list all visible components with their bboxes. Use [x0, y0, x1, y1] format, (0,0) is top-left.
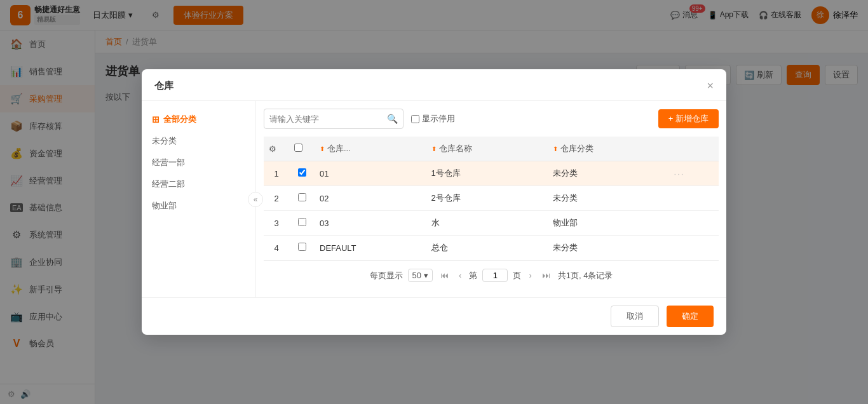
collapse-sidebar-button[interactable]: «: [248, 192, 263, 207]
page-size-select[interactable]: 50 ▾: [408, 269, 433, 282]
th-gear: ⚙: [264, 137, 289, 161]
show-disabled-label: 显示停用: [422, 113, 455, 125]
modal-footer: 取消 确定: [142, 297, 726, 335]
cell-actions: [669, 186, 719, 211]
category-item-0[interactable]: 未分类: [142, 130, 255, 152]
table-row: 3 03 水 物业部: [264, 211, 719, 236]
th-category: ⬆ 仓库分类: [548, 137, 669, 161]
cell-category: 未分类: [548, 236, 669, 260]
page-size-value: 50: [412, 271, 421, 280]
search-icon[interactable]: 🔍: [387, 114, 398, 124]
cell-number: 03: [315, 211, 426, 236]
cell-number: 01: [315, 161, 426, 186]
cell-name: 2号仓库: [426, 186, 548, 211]
gear-icon[interactable]: ⚙: [269, 144, 276, 154]
table-row: 1 01 1号仓库 未分类 ···: [264, 161, 719, 186]
row-checkbox[interactable]: [298, 243, 306, 251]
confirm-button[interactable]: 确定: [667, 306, 714, 327]
cell-checkbox[interactable]: [289, 236, 315, 260]
category-item-2[interactable]: 经营二部: [142, 173, 255, 195]
cell-category: 未分类: [548, 161, 669, 186]
show-disabled-input[interactable]: [411, 115, 419, 123]
chevron-down-icon: ▾: [424, 271, 428, 280]
row-checkbox[interactable]: [298, 168, 306, 177]
show-disabled-checkbox[interactable]: 显示停用: [411, 113, 455, 125]
sort-icon-2: ⬆: [431, 145, 437, 152]
modal-header: 仓库 ×: [142, 69, 726, 101]
search-input[interactable]: [269, 114, 387, 124]
cell-checkbox[interactable]: [289, 211, 315, 236]
all-categories-item[interactable]: ⊞ 全部分类: [142, 109, 255, 130]
page-input[interactable]: [482, 269, 508, 282]
category-sidebar: ⊞ 全部分类 未分类 经营一部 经营二部 物业部 «: [142, 101, 256, 297]
cancel-button[interactable]: 取消: [611, 306, 659, 327]
pagination: 每页显示 50 ▾ ⏮ ‹ 第 页 › ⏭ 共1页, 4条记录: [264, 260, 719, 290]
warehouse-modal: 仓库 × ⊞ 全部分类 未分类 经营一部 经营二部 物业部 «: [142, 69, 726, 335]
table-row: 4 DEFAULT 总仓 未分类: [264, 236, 719, 260]
modal-overlay: 仓库 × ⊞ 全部分类 未分类 经营一部 经营二部 物业部 «: [0, 0, 868, 404]
page-label: 第: [469, 270, 477, 281]
table-header-row: ⚙ ⬆ 仓库...: [264, 137, 719, 161]
cell-category: 物业部: [548, 211, 669, 236]
cell-name: 水: [426, 211, 548, 236]
cell-actions: ···: [669, 161, 719, 186]
cell-checkbox[interactable]: [289, 186, 315, 211]
cell-index: 2: [264, 186, 289, 211]
table-body: 1 01 1号仓库 未分类 ··· 2 02 2号仓库 未分类 3 03 水 物…: [264, 161, 719, 260]
sort-icon: ⬆: [320, 145, 325, 152]
add-warehouse-button[interactable]: + 新增仓库: [658, 109, 719, 128]
th-actions: [669, 137, 719, 161]
cell-index: 4: [264, 236, 289, 260]
warehouse-table: ⚙ ⬆ 仓库...: [264, 137, 719, 260]
grid-icon: ⊞: [152, 114, 159, 125]
row-checkbox[interactable]: [298, 193, 306, 201]
category-item-1[interactable]: 经营一部: [142, 152, 255, 173]
prev-page-button[interactable]: ‹: [456, 269, 464, 281]
th-checkbox: [289, 137, 315, 161]
all-categories-label: 全部分类: [163, 114, 196, 125]
per-page-label: 每页显示: [370, 270, 403, 281]
th-number: ⬆ 仓库...: [315, 137, 426, 161]
table-area: 🔍 显示停用 + 新增仓库 ⚙: [256, 101, 726, 297]
sort-icon-3: ⬆: [553, 145, 558, 152]
search-box: 🔍: [264, 109, 403, 129]
category-item-3[interactable]: 物业部: [142, 195, 255, 217]
cell-name: 总仓: [426, 236, 548, 260]
last-page-button[interactable]: ⏭: [539, 269, 553, 281]
select-all-checkbox[interactable]: [294, 144, 302, 152]
cell-actions: [669, 211, 719, 236]
cell-number: 02: [315, 186, 426, 211]
cell-checkbox[interactable]: [289, 161, 315, 186]
row-action-dots[interactable]: ···: [674, 169, 685, 178]
next-page-button[interactable]: ›: [526, 269, 534, 281]
close-button[interactable]: ×: [707, 79, 714, 93]
cell-actions: [669, 236, 719, 260]
row-checkbox[interactable]: [298, 218, 306, 226]
table-toolbar: 🔍 显示停用 + 新增仓库: [264, 109, 719, 129]
cell-index: 3: [264, 211, 289, 236]
cell-name: 1号仓库: [426, 161, 548, 186]
table-row: 2 02 2号仓库 未分类: [264, 186, 719, 211]
modal-title: 仓库: [154, 80, 173, 92]
cell-number: DEFAULT: [315, 236, 426, 260]
total-info: 共1页, 4条记录: [558, 270, 613, 281]
page-unit: 页: [513, 270, 521, 281]
cell-index: 1: [264, 161, 289, 186]
th-name: ⬆ 仓库名称: [426, 137, 548, 161]
first-page-button[interactable]: ⏮: [438, 269, 451, 281]
cell-category: 未分类: [548, 186, 669, 211]
modal-body: ⊞ 全部分类 未分类 经营一部 经营二部 物业部 « 🔍: [142, 101, 726, 297]
